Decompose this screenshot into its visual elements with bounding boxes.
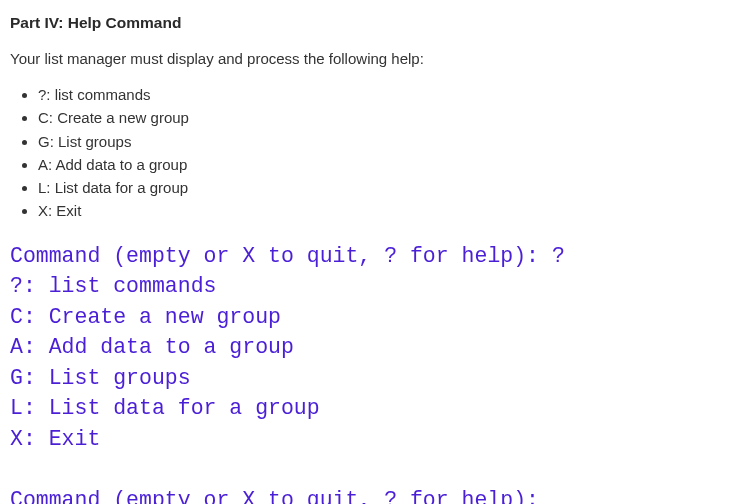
list-item: A: Add data to a group — [38, 153, 742, 176]
list-item: L: List data for a group — [38, 176, 742, 199]
help-list: ?: list commands C: Create a new group G… — [38, 83, 742, 223]
section-heading: Part IV: Help Command — [10, 14, 742, 32]
list-item: G: List groups — [38, 130, 742, 153]
list-item: ?: list commands — [38, 83, 742, 106]
intro-text: Your list manager must display and proce… — [10, 50, 742, 67]
list-item: C: Create a new group — [38, 106, 742, 129]
list-item: X: Exit — [38, 199, 742, 222]
terminal-output: Command (empty or X to quit, ? for help)… — [10, 241, 742, 505]
